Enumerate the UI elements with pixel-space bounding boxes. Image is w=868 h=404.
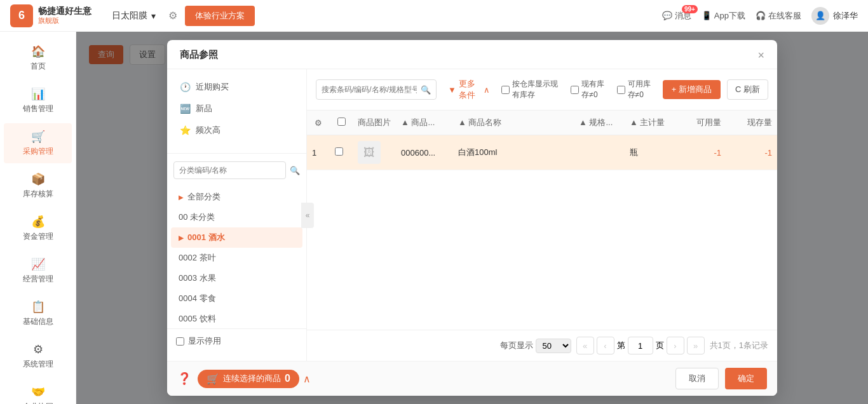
category-search-icon[interactable]: 🔍 (290, 166, 300, 175)
modal-close-button[interactable]: × (757, 50, 764, 61)
sidebar-item-sales[interactable]: 📊 销售管理 (4, 81, 72, 121)
row-img: 🖼 (353, 135, 396, 170)
divider (167, 153, 306, 154)
sidebar-item-ops[interactable]: 📈 经营管理 (4, 251, 72, 291)
cat-item-00[interactable]: 00 未分类 (171, 207, 302, 227)
th-stock: 现存量 (726, 111, 777, 135)
product-image: 🖼 (358, 141, 381, 164)
row-avail: -1 (675, 135, 726, 170)
pagination-bar: 每页显示 50 100 200 « ‹ 第 (307, 330, 777, 361)
more-filter-btn[interactable]: ▼ 更多条件 ∧ (443, 76, 495, 104)
cat-item-0005[interactable]: 0005 饮料 (171, 309, 302, 328)
row-name: 白酒100ml (453, 135, 574, 170)
cat-item-0004[interactable]: 0004 零食 (171, 288, 302, 309)
th-gear[interactable]: ⚙ (307, 111, 330, 135)
gear-icon[interactable]: ⚙ (168, 10, 177, 22)
messages-item[interactable]: 💬 消息 99+ (662, 10, 691, 22)
add-product-btn[interactable]: + 新增商品 (663, 80, 721, 99)
right-panel: 🔍 ▼ 更多条件 ∧ 按仓库显示现有库存 (307, 69, 777, 361)
finance-icon: 💰 (31, 215, 45, 229)
stock-nonzero-input[interactable] (571, 86, 579, 94)
page-size-dropdown[interactable]: 50 100 200 (536, 339, 571, 353)
next-page-btn[interactable]: › (667, 337, 684, 354)
select-all-checkbox[interactable] (337, 118, 346, 126)
cart-btn[interactable]: 🛒 连续选择的商品 0 (198, 370, 299, 388)
row-unit: 瓶 (625, 135, 675, 170)
sidebar-item-home[interactable]: 🏠 首页 (4, 38, 72, 78)
quick-tab-frequent[interactable]: ⭐ 频次高 (173, 120, 300, 140)
app-download-item[interactable]: 📱 App下载 (702, 10, 745, 22)
page-number-input[interactable] (628, 337, 653, 354)
avail-nonzero-input[interactable] (617, 86, 625, 94)
product-reference-modal: 商品参照 × 🕐 近期购买 🆕 (167, 40, 777, 396)
table-row[interactable]: 1 🖼 000600... (307, 135, 777, 170)
cart-count: 0 (285, 373, 290, 384)
new-icon: 🆕 (180, 104, 191, 114)
stock-nonzero-checkbox[interactable]: 现有库存≠0 (571, 79, 610, 100)
warehouse-filter-input[interactable] (501, 86, 510, 94)
product-search-bar: 🔍 ▼ 更多条件 ∧ 按仓库显示现有库存 (307, 69, 777, 111)
help-icon[interactable]: ❓ (177, 372, 191, 386)
sidebar-item-finance[interactable]: 💰 资金管理 (4, 208, 72, 248)
product-search-input[interactable] (322, 85, 417, 94)
arrow-icon: ▶ (179, 194, 184, 201)
page-nav: « ‹ 第 页 › » (576, 337, 705, 354)
cat-item-0001[interactable]: ▶ 0001 酒水 (171, 227, 302, 248)
user-avatar-area[interactable]: 👤 徐泽华 (811, 7, 858, 25)
avail-nonzero-checkbox[interactable]: 可用库存≠0 (617, 79, 656, 100)
warehouse-filter-checkbox[interactable]: 按仓库显示现有库存 (501, 79, 564, 100)
cat-item-0003[interactable]: 0003 水果 (171, 268, 302, 288)
footer-right: 取消 确定 (675, 368, 767, 389)
sidebar-item-enterprise[interactable]: 🤝 企业协同 (4, 379, 72, 404)
first-page-btn[interactable]: « (576, 337, 594, 354)
last-page-btn[interactable]: » (687, 337, 705, 354)
product-table-body: 1 🖼 000600... (307, 135, 777, 170)
modal-overlay: 商品参照 × 🕐 近期购买 🆕 (76, 32, 868, 404)
logo-icon: 6 (10, 4, 33, 27)
row-check[interactable] (330, 135, 353, 170)
sidebar-item-base[interactable]: 📋 基础信息 (4, 293, 72, 333)
nav-right: 💬 消息 99+ 📱 App下载 🎧 在线客服 👤 徐泽华 (662, 7, 858, 25)
quick-tab-recent[interactable]: 🕐 近期购买 (173, 77, 300, 97)
th-avail: 可用量 (675, 111, 726, 135)
logo-sub: 旗舰版 (38, 16, 92, 25)
category-list: ▶ 全部分类 00 未分类 ▶ 0001 酒水 0002 茶 (167, 187, 306, 328)
row-num: 1 (307, 135, 330, 170)
confirm-button[interactable]: 确定 (725, 368, 767, 389)
th-spec[interactable]: ▲ 规格... (574, 111, 625, 135)
cancel-button[interactable]: 取消 (675, 368, 719, 389)
messages-badge: 99+ (682, 5, 698, 13)
cart-icon: 🛒 (207, 373, 219, 385)
collapse-footer-btn[interactable]: ∧ (303, 373, 311, 385)
show-disabled-checkbox[interactable] (176, 337, 184, 346)
nav-selector[interactable]: 日太阳膜 ▾ (104, 6, 163, 25)
main-content: 查询 设置 刷新 商品参照 × 🕐 (76, 32, 868, 404)
th-check[interactable] (330, 111, 353, 135)
th-name[interactable]: ▲ 商品名称 (453, 111, 574, 135)
cat-item-all[interactable]: ▶ 全部分类 (171, 187, 302, 207)
quick-tab-new[interactable]: 🆕 新品 (173, 98, 300, 119)
home-icon: 🏠 (31, 44, 45, 58)
prev-page-btn[interactable]: ‹ (597, 337, 614, 354)
modal-footer: ❓ 🛒 连续选择的商品 0 ∧ 取消 确定 (167, 361, 777, 396)
sidebar-item-inventory[interactable]: 📦 库存核算 (4, 166, 72, 206)
avatar: 👤 (811, 7, 829, 25)
th-unit[interactable]: ▲ 主计量 (625, 111, 675, 135)
online-service-item[interactable]: 🎧 在线客服 (756, 10, 801, 22)
sidebar-item-purchase[interactable]: 🛒 采购管理 (4, 123, 72, 163)
product-search-icon[interactable]: 🔍 (421, 85, 431, 95)
trial-btn[interactable]: 体验行业方案 (185, 6, 255, 26)
left-panel-collapse-btn[interactable]: « (301, 203, 314, 228)
cat-item-0002[interactable]: 0002 茶叶 (171, 248, 302, 268)
row-checkbox[interactable] (335, 147, 343, 156)
page-total: 共1页，1条记录 (710, 340, 768, 351)
category-search-input[interactable] (173, 161, 286, 179)
system-icon: ⚙ (33, 342, 43, 356)
sidebar-item-system[interactable]: ⚙ 系统管理 (4, 336, 72, 376)
phone-icon: 📱 (702, 11, 712, 20)
refresh-btn[interactable]: C 刷新 (727, 79, 768, 100)
quick-tabs: 🕐 近期购买 🆕 新品 ⭐ 频次高 (167, 77, 306, 140)
logo-text: 畅捷通好生意 (38, 6, 92, 17)
th-img: 商品图片 (353, 111, 396, 135)
th-code[interactable]: ▲ 商品... (396, 111, 453, 135)
